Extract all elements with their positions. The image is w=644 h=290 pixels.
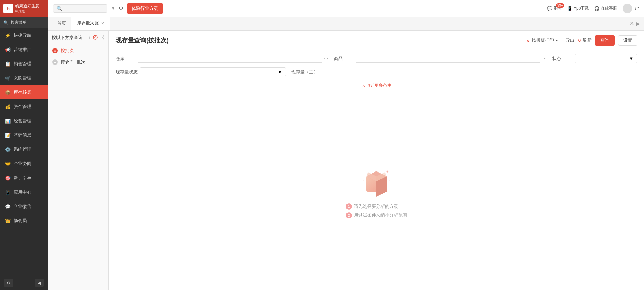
nav-label-enterprise: 企业协同 bbox=[14, 161, 31, 167]
close-panel-icon[interactable]: ✕ bbox=[630, 20, 634, 27]
plan-icon-warehouse-batch: ● bbox=[52, 59, 58, 65]
nav-icon-sales: 📋 bbox=[5, 61, 11, 67]
sidebar-item-app-center[interactable]: 📱 应用中心 bbox=[0, 185, 48, 199]
tab-label-1: 库存批次账 bbox=[77, 20, 99, 26]
plan-item-warehouse-batch[interactable]: ● 按仓库+批次 bbox=[48, 56, 108, 68]
nav-label-app-center: 应用中心 bbox=[14, 189, 31, 195]
headset-icon: 🎧 bbox=[594, 6, 599, 11]
sidebar-item-purchase[interactable]: 🛒 采购管理 bbox=[0, 71, 48, 85]
sidebar-item-finance[interactable]: 💰 资金管理 bbox=[0, 99, 48, 114]
plan-list: ● 按批次 ● 按仓库+批次 bbox=[48, 43, 108, 69]
add-plan-button[interactable]: + bbox=[88, 35, 91, 40]
tab-1[interactable]: 库存批次账✕ bbox=[71, 17, 110, 30]
settings-button[interactable]: ⚙ bbox=[4, 279, 13, 287]
sidebar-item-newbie[interactable]: 🎯 新手引导 bbox=[0, 171, 48, 185]
experience-button[interactable]: 体验行业方案 bbox=[127, 3, 163, 14]
online-support-button[interactable]: 🎧 在线客服 bbox=[594, 5, 617, 11]
user-avatar-button[interactable]: Rit bbox=[623, 4, 639, 13]
collapse-filters-button[interactable]: ∧ 收起更多条件 bbox=[116, 80, 637, 88]
sidebar-search[interactable]: 🔍 搜索菜单 bbox=[0, 17, 48, 28]
product-label: 商品 bbox=[334, 56, 354, 62]
page-title: 现存量查询(按批次) bbox=[116, 36, 169, 44]
query-button[interactable]: 查询 bbox=[595, 35, 615, 46]
export-button[interactable]: ↑ 导出 bbox=[562, 37, 575, 43]
nav-label-basic: 基础信息 bbox=[14, 132, 31, 138]
collapse-left-panel-button[interactable]: 《 bbox=[100, 35, 104, 41]
plan-icon-batch: ● bbox=[52, 48, 58, 53]
sidebar-item-system[interactable]: ⚙️ 系统管理 bbox=[0, 142, 48, 157]
right-panel: 现存量查询(按批次) 🖨 按模板打印 ▼ ↑ 导出 ↻ 刷新 bbox=[109, 31, 644, 290]
tab-close-1[interactable]: ✕ bbox=[101, 21, 104, 26]
app-title: 畅康通好生意 标准版 bbox=[15, 4, 39, 14]
dropdown-chevron-icon: ▼ bbox=[629, 56, 633, 61]
tip-item-2: 2 用过滤条件来缩小分析范围 bbox=[346, 212, 407, 218]
nav-label-enterprise-wechat: 企业微信 bbox=[14, 203, 31, 210]
refresh-button[interactable]: ↻ 刷新 bbox=[578, 37, 592, 43]
status-dropdown[interactable]: ▼ bbox=[575, 54, 637, 63]
dropdown-chevron-icon: ▼ bbox=[278, 69, 282, 74]
filter-row-2: 现存量状态 ▼ 现存量（主） — bbox=[116, 67, 637, 76]
nav-icon-finance: 💰 bbox=[5, 104, 11, 110]
sidebar-item-shortcut[interactable]: ⚡ 快捷导航 bbox=[0, 28, 48, 42]
print-template-button[interactable]: 🖨 按模板打印 ▼ bbox=[526, 37, 559, 43]
topbar-actions: 💬 消息 99+ 📱 App下载 🎧 在线客服 Rit bbox=[547, 4, 639, 13]
refresh-icon: ↻ bbox=[578, 38, 581, 43]
sidebar-item-marketing[interactable]: 📢 营销推广 bbox=[0, 42, 48, 57]
app-logo: 6 bbox=[3, 4, 13, 13]
warehouse-filter: 仓库 ··· bbox=[116, 55, 328, 63]
inventory-qty-min-input[interactable] bbox=[320, 68, 347, 76]
sidebar-header: 6 畅康通好生意 标准版 bbox=[0, 0, 48, 17]
sidebar-item-inventory[interactable]: 📦 库存核算 bbox=[0, 85, 48, 99]
topbar-gear-icon[interactable]: ⚙ bbox=[119, 5, 123, 12]
app-download-button[interactable]: 📱 App下载 bbox=[567, 5, 589, 11]
svg-text:·: · bbox=[389, 179, 390, 182]
expand-icon[interactable]: ▶ bbox=[636, 21, 640, 26]
svg-text:·: · bbox=[363, 179, 364, 182]
nav-label-finance: 资金管理 bbox=[14, 104, 31, 110]
sidebar-item-operations[interactable]: 📊 经营管理 bbox=[0, 114, 48, 128]
collapse-sidebar-button[interactable]: ◀ bbox=[35, 279, 44, 287]
tab-0[interactable]: 首页 bbox=[52, 17, 71, 30]
nav-label-member: 畅会员 bbox=[14, 218, 27, 224]
nav-icon-enterprise: 🤝 bbox=[5, 161, 11, 167]
plan-item-batch[interactable]: ● 按批次 bbox=[48, 45, 108, 56]
search-icon: 🔍 bbox=[3, 20, 9, 25]
plan-settings-button[interactable] bbox=[93, 35, 98, 41]
sidebar-item-enterprise[interactable]: 🤝 企业协同 bbox=[0, 157, 48, 171]
topbar-search[interactable]: 🔍 bbox=[53, 4, 107, 13]
message-icon: 💬 bbox=[547, 6, 552, 11]
sidebar-item-enterprise-wechat[interactable]: 💬 企业微信 bbox=[0, 199, 48, 214]
nav-icon-shortcut: ⚡ bbox=[5, 32, 11, 38]
nav-icon-basic: 📝 bbox=[5, 132, 11, 138]
warehouse-more-icon[interactable]: ··· bbox=[324, 56, 328, 62]
plan-label-batch: 按批次 bbox=[61, 48, 74, 54]
sidebar-item-member[interactable]: 👑 畅会员 bbox=[0, 214, 48, 228]
messages-button[interactable]: 💬 消息 99+ bbox=[547, 5, 562, 11]
nav-label-operations: 经营管理 bbox=[14, 118, 31, 124]
page-header-actions: 🖨 按模板打印 ▼ ↑ 导出 ↻ 刷新 查询 设置 bbox=[526, 35, 637, 46]
sidebar: 6 畅康通好生意 标准版 🔍 搜索菜单 ⚡ 快捷导航 📢 营销推广 📋 销售管理… bbox=[0, 0, 48, 290]
nav-icon-enterprise-wechat: 💬 bbox=[5, 203, 11, 210]
sidebar-item-basic[interactable]: 📝 基础信息 bbox=[0, 128, 48, 142]
nav-label-shortcut: 快捷导航 bbox=[14, 32, 31, 38]
inventory-status-dropdown[interactable]: ▼ bbox=[140, 67, 286, 76]
filter-area: 仓库 ··· 商品 ··· 状态 ▼ bbox=[109, 49, 644, 93]
settings-button[interactable]: 设置 bbox=[618, 35, 637, 46]
inventory-qty-max-input[interactable] bbox=[356, 68, 383, 76]
nav-label-inventory: 库存核算 bbox=[14, 89, 31, 95]
warehouse-input[interactable] bbox=[138, 55, 322, 63]
empty-illustration: ✦ · · bbox=[359, 163, 393, 197]
dropdown-icon[interactable]: ▼ bbox=[555, 39, 559, 42]
topbar-dropdown-icon[interactable]: ▼ bbox=[111, 6, 115, 11]
page-header: 现存量查询(按批次) 🖨 按模板打印 ▼ ↑ 导出 ↻ 刷新 bbox=[109, 31, 644, 49]
main-area: 🔍 ▼ ⚙ 体验行业方案 💬 消息 99+ 📱 App下载 🎧 在线客服 R bbox=[48, 0, 644, 290]
status-filter: 状态 ▼ bbox=[552, 54, 637, 63]
tip-item-1: 1 请先选择要分析的方案 bbox=[346, 203, 407, 210]
product-input[interactable] bbox=[356, 55, 540, 63]
nav-icon-marketing: 📢 bbox=[5, 47, 11, 53]
nav-icon-system: ⚙️ bbox=[5, 146, 11, 152]
warehouse-label: 仓库 bbox=[116, 56, 136, 62]
product-more-icon[interactable]: ··· bbox=[542, 56, 547, 62]
sidebar-item-sales[interactable]: 📋 销售管理 bbox=[0, 57, 48, 71]
svg-point-0 bbox=[93, 35, 97, 39]
